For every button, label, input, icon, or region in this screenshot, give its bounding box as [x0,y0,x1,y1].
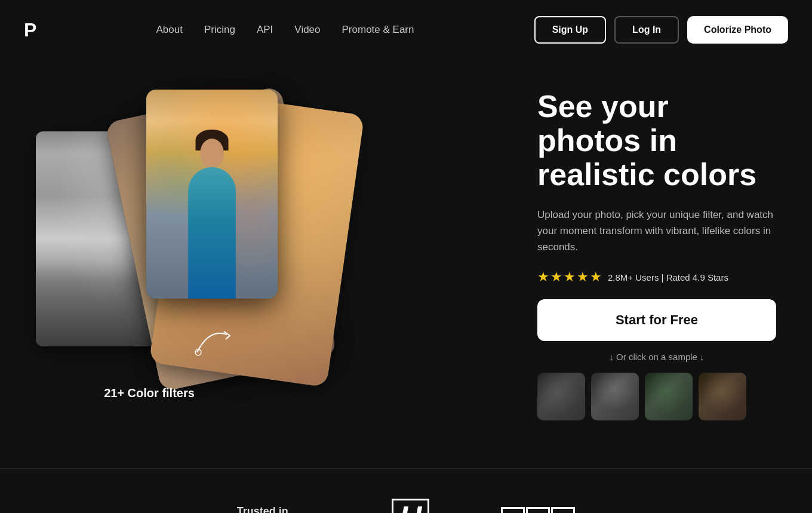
hero-title: See your photos in realistic colors [537,90,776,192]
trusted-label: Trusted in productions for: [237,504,320,513]
colorize-button[interactable]: Colorize Photo [687,16,788,44]
history-logo-h: H [392,499,430,513]
nav-pricing[interactable]: Pricing [204,24,235,35]
sample-thumb-3[interactable] [645,373,693,420]
bbc-b2: B [526,507,550,513]
annotation [191,322,239,361]
hero-visual: 21+ Color filters [36,84,502,418]
bbc-logo: B B C [501,507,575,513]
hero-text: See your photos in realistic colors Uplo… [537,84,776,420]
history-channel-logo: H [392,499,430,513]
nav-links: About Pricing API Video Promote & Earn [156,24,414,36]
filters-label: 21+ Color filters [104,386,195,400]
star-1: ★ [537,269,549,285]
trusted-section: Trusted in productions for: H B B C [0,468,812,513]
bbc-c: C [551,507,575,513]
star-4: ★ [577,269,589,285]
brand-logo[interactable]: P [24,20,36,39]
nav-promote[interactable]: Promote & Earn [342,24,414,35]
rating-text: 2.8M+ Users | Rated 4.9 Stars [608,272,728,282]
hero-description: Upload your photo, pick your unique filt… [537,207,776,256]
sample-thumb-1[interactable] [537,373,585,420]
start-free-button[interactable]: Start for Free [537,299,776,341]
or-click-text: ↓ Or click on a sample ↓ [537,352,776,362]
stars-row: ★ ★ ★ ★ ★ 2.8M+ Users | Rated 4.9 Stars [537,269,776,285]
nav-about[interactable]: About [156,24,183,35]
star-3: ★ [564,269,576,285]
sample-thumb-4[interactable] [699,373,746,420]
bbc-b1: B [501,507,525,513]
login-button[interactable]: Log In [614,16,679,44]
star-rating: ★ ★ ★ ★ ★ [537,269,602,285]
sample-thumb-2[interactable] [591,373,639,420]
logo-icon: P [24,20,36,39]
nav-api[interactable]: API [257,24,273,35]
star-5: ★ [590,269,602,285]
signup-button[interactable]: Sign Up [534,16,606,44]
nav-video[interactable]: Video [294,24,320,35]
sample-thumbnails [537,373,776,420]
center-photo[interactable] [146,90,278,299]
nav-actions: Sign Up Log In Colorize Photo [534,16,788,44]
star-2: ★ [550,269,562,285]
hero-section: 21+ Color filters See your photos in rea… [0,60,812,456]
navbar: P About Pricing API Video Promote & Earn… [0,0,812,60]
